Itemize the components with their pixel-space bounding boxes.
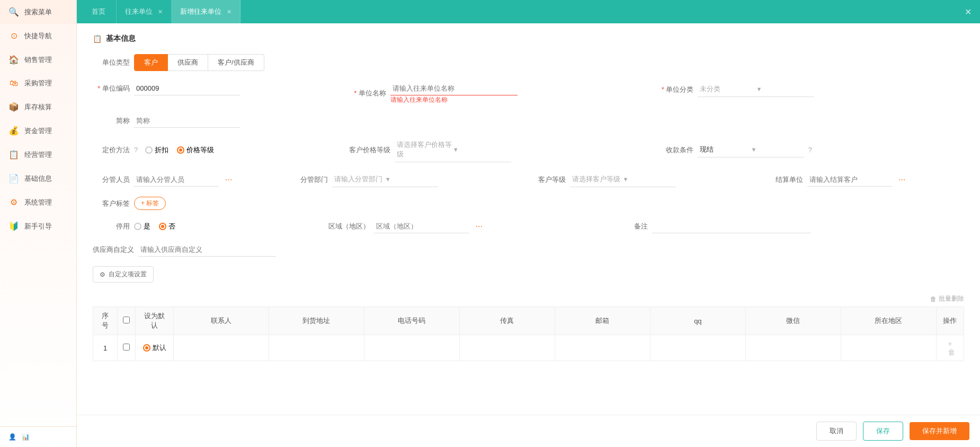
- wechat-input[interactable]: [751, 344, 835, 352]
- payment-terms-select[interactable]: 现结 ▼: [698, 142, 804, 157]
- sidebar-item-search[interactable]: 🔍 搜索菜单: [0, 0, 76, 24]
- remark-input[interactable]: [652, 220, 811, 233]
- sidebar-item-guide[interactable]: 🔰 新手引导: [0, 214, 76, 238]
- unit-code-field: 单位编码: [93, 82, 349, 95]
- cell-address[interactable]: [269, 335, 364, 361]
- sidebar-user[interactable]: 👤: [8, 433, 16, 441]
- custom-settings-button[interactable]: ⚙ 自定义项设置: [93, 266, 154, 283]
- cell-wechat[interactable]: [745, 335, 841, 361]
- default-label: 默认: [153, 343, 166, 353]
- unit-type-customer[interactable]: 客户: [134, 54, 168, 71]
- cell-checkbox[interactable]: [118, 335, 136, 361]
- guide-icon: 🔰: [8, 221, 19, 231]
- sidebar-item-ops[interactable]: 📋 经营管理: [0, 143, 76, 166]
- pricing-level-option[interactable]: 价格等级: [177, 145, 214, 155]
- disabled-radio-group: 是 否: [134, 222, 175, 231]
- fax-input[interactable]: [465, 344, 549, 352]
- phone-input[interactable]: [370, 344, 454, 352]
- region-label: 区域（地区）: [328, 222, 370, 231]
- select-all-checkbox[interactable]: [123, 317, 130, 323]
- region-input[interactable]: [374, 220, 469, 233]
- pricing-help-icon[interactable]: ?: [134, 146, 138, 154]
- payment-terms-field: 收款条件 现结 ▼ ?: [656, 142, 964, 157]
- sidebar-item-system[interactable]: ⚙ 系统管理: [0, 190, 76, 214]
- default-radio: [143, 344, 150, 352]
- disabled-no-radio: [159, 223, 166, 230]
- add-tag-button[interactable]: + 标签: [134, 197, 166, 210]
- cell-qq[interactable]: [650, 335, 745, 361]
- manager-more-btn[interactable]: ···: [223, 175, 234, 185]
- sidebar-item-finance[interactable]: 💰 资金管理: [0, 119, 76, 143]
- settlement-more-btn[interactable]: ···: [896, 175, 907, 185]
- sidebar-label-basic: 基础信息: [24, 174, 52, 183]
- unit-type-field: 单位类型 客户 供应商 客户/供应商: [93, 54, 964, 71]
- settlement-unit-input[interactable]: [807, 173, 892, 187]
- col-phone: 电话号码: [364, 307, 459, 335]
- pricing-method-label: 定价方法: [93, 145, 130, 155]
- pricing-discount-option[interactable]: 折扣: [145, 145, 168, 155]
- pricing-method-field: 定价方法 ? 折扣 价格等级: [93, 145, 349, 155]
- content-area: 📋 基本信息 单位类型 客户 供应商 客户/供应商 单位编码 单位名称: [77, 23, 980, 415]
- qq-input[interactable]: [656, 344, 740, 352]
- col-default: 设为默认: [136, 307, 174, 335]
- ops-icon: 📋: [8, 150, 19, 160]
- disabled-no-label: 否: [168, 222, 175, 231]
- customer-tag-label: 客户标签: [93, 199, 130, 208]
- sidebar-stats[interactable]: 📊: [22, 433, 30, 441]
- unit-category-select[interactable]: 未分类 ▼: [698, 82, 814, 97]
- save-new-button[interactable]: 保存并新增: [910, 422, 969, 440]
- supplier-custom-input[interactable]: [138, 243, 276, 257]
- sidebar-label-quick-nav: 快捷导航: [24, 31, 52, 41]
- supplier-custom-label: 供应商自定义: [93, 245, 134, 255]
- address-input[interactable]: [274, 344, 359, 352]
- tab-partners[interactable]: 往来单位 ✕: [117, 0, 172, 23]
- region-table-input[interactable]: [847, 344, 931, 352]
- manager-input[interactable]: [134, 173, 219, 187]
- cell-contact[interactable]: [174, 335, 269, 361]
- tab-home[interactable]: 首页: [81, 0, 117, 23]
- cell-region[interactable]: [841, 335, 936, 361]
- sidebar-item-quick-nav[interactable]: ⊙ 快捷导航: [0, 24, 76, 48]
- tab-partners-close[interactable]: ✕: [158, 8, 163, 15]
- region-more-btn[interactable]: ···: [474, 222, 485, 231]
- payment-help-icon[interactable]: ?: [808, 146, 812, 154]
- tabbar-close-all[interactable]: ✕: [960, 7, 976, 17]
- col-wechat: 微信: [745, 307, 841, 335]
- batch-delete-icon: 🗑: [930, 295, 937, 303]
- row-add-btn[interactable]: +: [948, 339, 952, 348]
- disabled-yes-option[interactable]: 是: [134, 222, 150, 231]
- form-row-manager: 分管人员 ··· 分管部门 请输入分管部门 ▼ 客户等级 请选择客户等级 ▼ 结…: [93, 172, 964, 187]
- sidebar-item-inventory[interactable]: 📦 库存核算: [0, 95, 76, 119]
- sidebar: 🔍 搜索菜单 ⊙ 快捷导航 🏠 销售管理 🛍 采购管理 📦 库存核算 💰 资金管…: [0, 0, 77, 447]
- tab-new-partner-close[interactable]: ✕: [227, 8, 231, 15]
- sidebar-item-basic[interactable]: 📄 基础信息: [0, 166, 76, 190]
- short-name-input[interactable]: [134, 114, 240, 128]
- department-select[interactable]: 请输入分管部门 ▼: [332, 172, 438, 187]
- cancel-button[interactable]: 取消: [816, 422, 857, 441]
- section-header: 📋 基本信息: [93, 34, 964, 43]
- batch-delete-button[interactable]: 🗑 批量删除: [930, 294, 964, 303]
- unit-type-both[interactable]: 客户/供应商: [208, 54, 264, 71]
- customer-level-select[interactable]: 请选择客户等级 ▼: [570, 172, 676, 187]
- cell-email[interactable]: [555, 335, 650, 361]
- remark-field: 备注: [611, 220, 964, 233]
- unit-code-input[interactable]: [134, 82, 240, 95]
- customer-level-label: 客户等级: [529, 175, 566, 185]
- default-radio-item[interactable]: 默认: [141, 343, 168, 353]
- customer-price-level-select[interactable]: 请选择客户价格等级 ▼: [395, 137, 511, 162]
- unit-type-supplier[interactable]: 供应商: [168, 54, 208, 71]
- row-delete-btn[interactable]: 🗑: [948, 348, 955, 356]
- pricing-discount-label: 折扣: [155, 145, 168, 155]
- contact-input[interactable]: [179, 344, 263, 352]
- disabled-no-option[interactable]: 否: [159, 222, 175, 231]
- row-checkbox[interactable]: [123, 344, 130, 350]
- email-input[interactable]: [560, 344, 645, 352]
- cell-phone[interactable]: [364, 335, 459, 361]
- tab-new-partner[interactable]: 新增往来单位 ✕: [172, 0, 240, 23]
- sidebar-item-purchase[interactable]: 🛍 采购管理: [0, 72, 76, 95]
- section-title: 基本信息: [106, 34, 136, 43]
- cell-fax[interactable]: [459, 335, 555, 361]
- save-button[interactable]: 保存: [863, 422, 903, 441]
- sidebar-item-sales[interactable]: 🏠 销售管理: [0, 48, 76, 72]
- unit-name-input[interactable]: [390, 82, 518, 95]
